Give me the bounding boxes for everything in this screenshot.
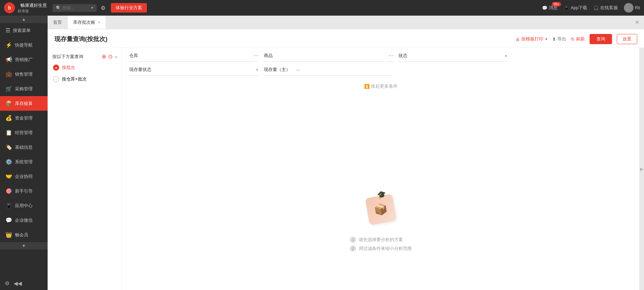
scheme-collapse-icon[interactable]: « [115,54,117,59]
stock-status-filter: 现存量状态 ▾ [129,67,258,76]
sidebar-item-inventory[interactable]: 📦 库存核算 [0,96,48,111]
trial-button[interactable]: 体验行业方案 [111,3,147,13]
search-input[interactable] [63,5,90,10]
collapse-more-button[interactable]: ⏫ 收起更多条件 [129,80,632,92]
right-content: 仓库 ··· 商品 ··· [122,48,639,290]
stock-status-label: 现存量状态 [129,67,151,73]
printer-icon: 🖨 [515,37,520,42]
right-mini-scrollbar[interactable]: ▶ [639,48,644,290]
top-search-bar[interactable]: 🔍 ▾ [52,4,97,12]
export-button[interactable]: ⬆ 导出 [552,36,566,42]
sidebar-item-newbie[interactable]: 🎯 新手引导 [0,184,48,198]
inventory-icon: 📦 [5,100,12,107]
sidebar-item-member[interactable]: 👑 畅会员 [0,228,48,242]
brand-name: 畅康通好生意 [20,2,47,8]
sidebar-item-quick-nav[interactable]: ⚡ 快捷导航 [0,38,48,52]
status-label: 状态 [399,53,407,59]
sidebar-item-operations[interactable]: 📋 经营管理 [0,125,48,140]
hint-num-2: 2 [350,246,356,252]
main-layout: ▲ ☰ 搜索菜单 ⚡ 快捷导航 📢 营销推广 💼 销售管理 🛒 采购管理 📦 库… [0,16,644,290]
product-search-icon[interactable]: ··· [389,53,393,59]
avatar [624,3,633,13]
settings-bottom-icon[interactable]: ⚙ [5,280,10,287]
sidebar-scroll-down[interactable]: ▼ [0,242,48,250]
warehouse-filter: 仓库 ··· [129,53,258,62]
hint-item-1: 1 请先选择要分析的方案 [350,237,412,243]
app-download-button[interactable]: 📱 App下载 [564,5,587,11]
search-menu-icon: ☰ [5,27,10,34]
close-all-icon[interactable]: ✕ [630,19,644,25]
basic-info-icon: 🏷️ [5,144,12,150]
sidebar-item-purchase[interactable]: 🛒 采购管理 [0,81,48,96]
page-content: 现存量查询(按批次) 🖨 按模板打印 ▾ ⬆ 导出 ↻ 刷新 [48,29,644,290]
username-label: Rit [635,5,640,10]
headset-icon: 🎧 [593,5,599,11]
warehouse-search-icon[interactable]: ··· [254,53,258,59]
sidebar-item-marketing[interactable]: 📢 营销推广 [0,52,48,67]
messages-badge: 99+ [552,2,561,6]
right-mini-arrow-icon: ▶ [640,167,643,171]
scheme-header-label: 按以下方案查询 [52,54,83,60]
member-icon: 👑 [5,232,12,238]
filter-panel: 仓库 ··· 商品 ··· [122,48,639,153]
tab-inventory-batch[interactable]: 库存批次账 × [68,16,106,29]
scheme-item-by-batch[interactable]: ● 按批次 [48,62,122,73]
sidebar-item-search-menu[interactable]: ☰ 搜索菜单 [0,23,48,38]
sidebar: ▲ ☰ 搜索菜单 ⚡ 快捷导航 📢 营销推广 💼 销售管理 🛒 采购管理 📦 库… [0,16,48,290]
sidebar-bottom: ⚙ ◀◀ [0,277,48,290]
print-button[interactable]: 🖨 按模板打印 ▾ [515,36,547,42]
filter-row-1: 仓库 ··· 商品 ··· [129,53,632,62]
app-center-icon: 📱 [5,202,12,209]
finance-icon: 💰 [5,115,12,121]
enterprise-icon: 🤝 [5,173,12,180]
status-input[interactable] [410,53,505,58]
tab-bar: 首页 库存批次账 × ✕ [48,16,644,29]
sidebar-item-finance[interactable]: 💰 资金管理 [0,111,48,125]
refresh-button[interactable]: ↻ 刷新 [571,36,585,42]
app-logo: b [4,2,15,13]
status-dropdown-icon[interactable]: ▾ [505,53,507,58]
online-service-button[interactable]: 🎧 在线客服 [593,5,618,11]
hint-item-2: 2 用过滤条件来缩小分析范围 [350,246,412,252]
sidebar-item-basic-info[interactable]: 🏷️ 基础信息 [0,140,48,155]
sales-icon: 💼 [5,71,12,77]
empty-icon-area: 📦 🎓 [360,189,401,230]
sidebar-item-app-center[interactable]: 📱 应用中心 [0,198,48,213]
status-filter: 状态 ▾ [399,53,507,62]
query-button[interactable]: 查询 [590,34,612,44]
print-dropdown-icon[interactable]: ▾ [545,37,547,41]
sidebar-item-wechat[interactable]: 💬 企业微信 [0,213,48,228]
brand-sub: 标准版 [18,8,47,14]
add-scheme-icon[interactable]: ⊕ [102,53,106,60]
scheme-batch-radio: ● [53,65,59,71]
warehouse-label: 仓库 [129,53,138,59]
sidebar-scroll-up[interactable]: ▲ [0,16,48,23]
phone-icon: 📱 [564,5,569,11]
search-dropdown-icon[interactable]: ▾ [91,5,93,10]
warehouse-input[interactable] [141,53,253,58]
stock-status-dropdown-icon[interactable]: ▾ [256,67,258,72]
scheme-warehouse-batch-radio: ○ [53,76,59,82]
settings-button[interactable]: 设置 [617,34,637,44]
gear-icon[interactable]: ⚙ [101,5,105,11]
messages-button[interactable]: 💬 消息 99+ [542,5,558,11]
newbie-icon: 🎯 [5,188,12,194]
user-avatar-button[interactable]: Rit [624,3,640,13]
sidebar-item-sales[interactable]: 💼 销售管理 [0,67,48,81]
operations-icon: 📋 [5,129,12,136]
product-input[interactable] [275,53,387,58]
hint-num-1: 1 [350,237,356,243]
stock-qty-dash: — [296,67,300,72]
sidebar-item-enterprise[interactable]: 🤝 企业协同 [0,169,48,184]
scheme-item-by-warehouse-batch[interactable]: ○ 按仓库+批次 [48,73,122,85]
sidebar-item-system[interactable]: ⚙️ 系统管理 [0,155,48,169]
scheme-settings-icon[interactable]: ⊙ [108,53,113,60]
tab-home[interactable]: 首页 [48,16,68,29]
scheme-header: 按以下方案查询 ⊕ ⊙ « [48,51,122,62]
wechat-icon: 💬 [5,217,12,223]
stock-status-input[interactable] [154,67,256,72]
tab-close-icon[interactable]: × [98,20,100,25]
topbar: b 畅康通好生意 标准版 🔍 ▾ ⚙ 体验行业方案 💬 消息 99+ 📱 App… [0,0,644,16]
collapse-sidebar-icon[interactable]: ◀◀ [14,280,22,287]
page-body: 按以下方案查询 ⊕ ⊙ « ● 按批次 [48,48,644,290]
